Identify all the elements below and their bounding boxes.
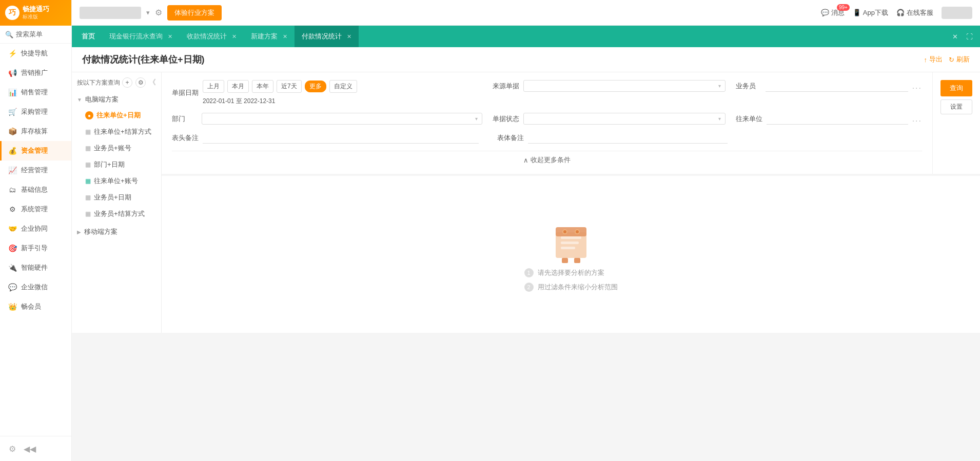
tab-bank-flow-close[interactable]: ✕: [168, 33, 172, 40]
date-btn-this-year[interactable]: 本年: [252, 80, 273, 93]
tab-payment-stats[interactable]: 付款情况统计 ✕: [295, 26, 359, 47]
tab-maximize-icon[interactable]: ⛶: [964, 33, 975, 41]
collapse-more-conditions-btn[interactable]: ∧ 收起更多条件: [172, 151, 922, 169]
scheme-group-header-mobile[interactable]: ▶ 移动端方案: [72, 224, 161, 239]
sidebar-item-member[interactable]: 👑 畅会员: [0, 297, 71, 316]
refresh-btn[interactable]: ↻ 刷新: [949, 55, 970, 64]
scheme-group-header-desktop[interactable]: ▼ 电脑端方案: [72, 92, 161, 107]
doc-status-select[interactable]: ▾: [523, 113, 726, 125]
topbar-dropdown-icon[interactable]: ▾: [146, 9, 150, 16]
svg-rect-2: [561, 236, 581, 239]
scheme-item-icon: ▦: [85, 194, 91, 201]
tab-receipt-stats[interactable]: 收款情况统计 ✕: [180, 26, 244, 47]
dept-select[interactable]: ▾: [202, 113, 482, 125]
settings-footer-icon[interactable]: ⚙: [5, 442, 19, 456]
svg-rect-10: [574, 258, 580, 263]
svg-rect-4: [561, 247, 575, 249]
filter-note2-item: 表体备注: [497, 132, 728, 144]
filter-partner-item: 往来单位 ...: [736, 113, 922, 125]
date-btn-more[interactable]: 更多: [305, 81, 326, 92]
tab-receipt-stats-close[interactable]: ✕: [232, 33, 237, 40]
date-btn-7days[interactable]: 近7天: [277, 80, 302, 93]
note2-input[interactable]: [528, 132, 728, 144]
brand-logo: 巧: [5, 6, 19, 20]
filter-dept-item: 部门 ▾: [172, 113, 482, 125]
sidebar-item-operation[interactable]: 📈 经营管理: [0, 161, 71, 180]
user-avatar[interactable]: [942, 7, 972, 19]
staff-dots-btn[interactable]: ...: [912, 82, 922, 91]
tabbar: 首页 现金银行流水查询 ✕ 收款情况统计 ✕ 新建方案 ✕ 付款情况统计 ✕ ✕…: [72, 26, 980, 47]
tab-bank-flow[interactable]: 现金银行流水查询 ✕: [102, 26, 180, 47]
svg-rect-1: [556, 227, 586, 236]
sidebar-item-guide[interactable]: 🎯 新手引导: [0, 238, 71, 258]
tab-home[interactable]: 首页: [74, 26, 102, 47]
sidebar-item-hardware[interactable]: 🔌 智能硬件: [0, 258, 71, 277]
sidebar-item-cooperation[interactable]: 🤝 企业协同: [0, 219, 71, 238]
date-btn-this-month[interactable]: 本月: [227, 80, 249, 93]
sidebar-item-sales[interactable]: 📊 销售管理: [0, 83, 71, 102]
tab-new-scheme[interactable]: 新建方案 ✕: [244, 26, 295, 47]
scheme-add-btn[interactable]: +: [122, 77, 132, 88]
scheme-item-icon: ▦: [85, 145, 91, 152]
group-arrow-icon: ▼: [77, 97, 82, 103]
scheme-item-unit-account[interactable]: ▦ 往来单位+账号: [72, 173, 161, 189]
service-icon: 🎧: [896, 9, 905, 16]
app-download-btn[interactable]: 📱 App下载: [853, 8, 888, 17]
scheme-item-staff-account[interactable]: ▦ 业务员+账号: [72, 140, 161, 156]
source-select[interactable]: ▾: [523, 80, 726, 92]
date-btn-custom[interactable]: 自定义: [329, 80, 357, 93]
tab-new-scheme-close[interactable]: ✕: [283, 33, 287, 40]
sidebar-item-wechat[interactable]: 💬 企业微信: [0, 277, 71, 297]
svg-rect-3: [561, 242, 579, 244]
scheme-item-unit-date[interactable]: ● 往来单位+日期: [72, 107, 161, 124]
sidebar-item-quick-nav[interactable]: ⚡ 快捷导航: [0, 44, 71, 63]
main-area: ▾ ⚙ 体验行业方案 💬 消息 99+ 📱 App下载 🎧 在线客服 首页: [72, 0, 980, 461]
brand-text: 畅捷通巧 标准版: [23, 5, 49, 21]
scheme-item-staff-date[interactable]: ▦ 业务员+日期: [72, 189, 161, 206]
scheme-item-unit-settle[interactable]: ▦ 往来单位+结算方式: [72, 124, 161, 140]
filter-source-item: 来源单据 ▾: [493, 80, 726, 92]
tab-payment-stats-close[interactable]: ✕: [347, 33, 351, 40]
sidebar-footer: ⚙ ◀◀: [0, 436, 71, 461]
staff-input[interactable]: [766, 80, 908, 92]
sidebar-search[interactable]: 🔍 搜索菜单: [0, 26, 71, 44]
partner-dots-btn[interactable]: ...: [912, 114, 922, 124]
collapse-sidebar-icon[interactable]: ◀◀: [23, 442, 37, 456]
export-btn[interactable]: ↑ 导出: [924, 55, 943, 64]
scheme-item-dept-date[interactable]: ▦ 部门+日期: [72, 156, 161, 173]
sidebar-item-finance[interactable]: 💰 资金管理: [0, 141, 71, 161]
scheme-collapse-btn[interactable]: 《: [149, 78, 156, 87]
filter-row-1: 单据日期 上月 本月 本年 近7天 更多 自定义: [172, 80, 922, 106]
sidebar-header: 巧 畅捷通巧 标准版: [0, 0, 71, 26]
topbar-settings-icon[interactable]: ⚙: [155, 8, 162, 17]
page-header: 付款情况统计(往来单位+日期) ↑ 导出 ↻ 刷新: [72, 47, 980, 72]
settings-btn[interactable]: 设置: [940, 99, 972, 114]
sidebar-item-marketing[interactable]: 📢 营销推广: [0, 63, 71, 83]
query-btn[interactable]: 查询: [940, 80, 972, 96]
content-body: 按以下方案查询 + ⚙ 《 ▼ 电脑端方案 ● 往来单位+日期: [72, 72, 980, 333]
note1-input[interactable]: [203, 132, 479, 144]
user-info-placeholder: [80, 7, 141, 19]
scheme-item-icon: ▦: [85, 128, 91, 135]
tab-close-all-icon[interactable]: ✕: [950, 33, 960, 41]
topbar-actions: 💬 消息 99+ 📱 App下载 🎧 在线客服: [821, 7, 972, 19]
operation-icon: 📈: [8, 166, 17, 175]
scheme-settings-btn[interactable]: ⚙: [135, 77, 146, 88]
sidebar: 巧 畅捷通巧 标准版 🔍 搜索菜单 ⚡ 快捷导航 📢 营销推广 📊 销售管理 🛒…: [0, 0, 72, 461]
trial-btn[interactable]: 体验行业方案: [167, 5, 222, 21]
sidebar-item-inventory[interactable]: 📦 库存核算: [0, 122, 71, 141]
filter-panel: 单据日期 上月 本月 本年 近7天 更多 自定义: [162, 72, 932, 174]
sidebar-item-basic[interactable]: 🗂 基础信息: [0, 180, 71, 199]
messages-btn[interactable]: 💬 消息 99+: [821, 8, 845, 17]
sidebar-item-system[interactable]: ⚙ 系统管理: [0, 199, 71, 219]
date-filter-group: 上月 本月 本年 近7天 更多 自定义 2022-01-01 至 2022-12…: [203, 80, 357, 106]
partner-input[interactable]: [767, 113, 908, 125]
scheme-item-icon: ▦: [85, 177, 91, 185]
date-btn-last-month[interactable]: 上月: [203, 80, 224, 93]
page-content: 付款情况统计(往来单位+日期) ↑ 导出 ↻ 刷新 按以下方案查询 +: [72, 47, 980, 461]
hardware-icon: 🔌: [8, 263, 17, 272]
topbar: ▾ ⚙ 体验行业方案 💬 消息 99+ 📱 App下载 🎧 在线客服: [72, 0, 980, 26]
online-service-btn[interactable]: 🎧 在线客服: [896, 8, 933, 17]
scheme-item-staff-settle[interactable]: ▦ 业务员+结算方式: [72, 206, 161, 222]
sidebar-item-purchase[interactable]: 🛒 采购管理: [0, 102, 71, 122]
